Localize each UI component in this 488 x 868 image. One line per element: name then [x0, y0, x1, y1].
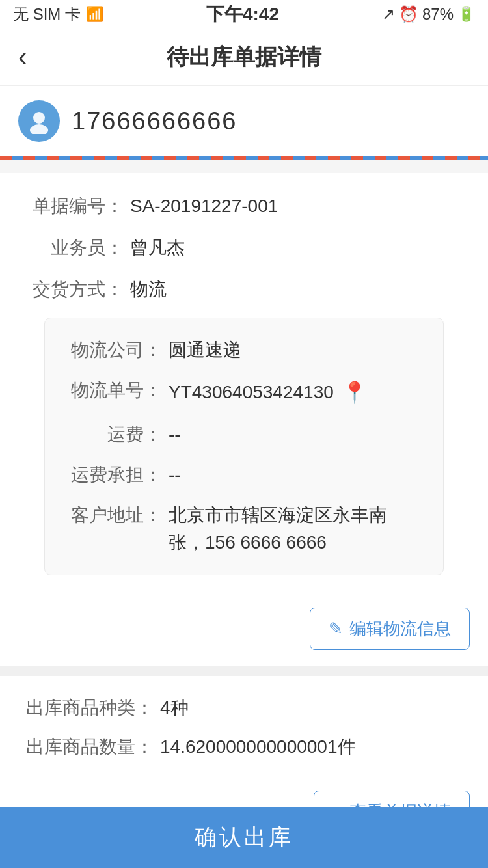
- salesman-label: 业务员：: [26, 234, 124, 262]
- freight-bearer-label: 运费承担：: [64, 461, 162, 489]
- goods-types-value: 4种: [154, 696, 462, 720]
- goods-qty-label: 出库商品数量：: [26, 735, 154, 759]
- svg-point-0: [33, 112, 45, 124]
- address-value: 北京市市辖区海淀区永丰南 张，156 6666 6666: [162, 502, 424, 556]
- delivery-label: 交货方式：: [26, 276, 124, 303]
- freight-row: 运费： --: [64, 421, 424, 448]
- order-no-label: 单据编号：: [26, 193, 124, 220]
- svg-point-1: [30, 124, 48, 134]
- location-icon: ↗: [382, 5, 395, 23]
- back-button[interactable]: ‹: [18, 42, 27, 72]
- edit-icon: ✎: [329, 619, 343, 639]
- goods-qty-row: 出库商品数量： 14.620000000000001件: [26, 735, 462, 759]
- carrier-label: 无 SIM 卡: [13, 4, 81, 25]
- status-bar: 无 SIM 卡 📶 下午4:42 ↗ ⏰ 87% 🔋: [0, 0, 488, 29]
- address-row: 客户地址： 北京市市辖区海淀区永丰南 张，156 6666 6666: [64, 502, 424, 556]
- logistics-tracking-label: 物流单号：: [64, 377, 162, 404]
- logistics-tracking-row: 物流单号： YT43064053424130 📍: [64, 377, 424, 408]
- customer-avatar: [18, 100, 60, 142]
- order-info-section: 单据编号： SA-20191227-001 业务员： 曾凡杰 交货方式： 物流 …: [0, 173, 488, 595]
- salesman-value: 曾凡杰: [124, 234, 462, 262]
- status-right: ↗ ⏰ 87% 🔋: [382, 5, 475, 23]
- goods-types-row: 出库商品种类： 4种: [26, 696, 462, 720]
- freight-value: --: [162, 421, 424, 448]
- logistics-company-row: 物流公司： 圆通速递: [64, 336, 424, 364]
- goods-section: 出库商品种类： 4种 出库商品数量： 14.620000000000001件: [0, 676, 488, 779]
- delivery-value: 物流: [124, 276, 462, 303]
- alarm-icon: ⏰: [399, 5, 418, 23]
- order-no-row: 单据编号： SA-20191227-001: [26, 193, 462, 220]
- edit-button-label: 编辑物流信息: [349, 617, 451, 640]
- logistics-company-label: 物流公司：: [64, 336, 162, 364]
- freight-label: 运费：: [64, 421, 162, 448]
- logistics-card: 物流公司： 圆通速递 物流单号： YT43064053424130 📍 运费： …: [44, 318, 444, 575]
- address-label: 客户地址：: [64, 502, 162, 529]
- section-divider-1: [0, 666, 488, 676]
- edit-button-row: ✎ 编辑物流信息: [0, 595, 488, 666]
- order-no-value: SA-20191227-001: [124, 193, 462, 220]
- dashed-divider: [0, 156, 488, 160]
- delivery-row: 交货方式： 物流: [26, 276, 462, 303]
- status-left: 无 SIM 卡 📶: [13, 4, 103, 25]
- confirm-button[interactable]: 确认出库: [0, 807, 488, 868]
- customer-phone: 17666666666: [72, 107, 237, 135]
- goods-types-label: 出库商品种类：: [26, 696, 154, 720]
- wifi-icon: 📶: [86, 6, 103, 23]
- confirm-button-label: 确认出库: [195, 822, 293, 852]
- battery-icon: 🔋: [457, 6, 475, 23]
- avatar-icon: [26, 108, 52, 134]
- salesman-row: 业务员： 曾凡杰: [26, 234, 462, 262]
- battery-label: 87%: [422, 5, 454, 23]
- edit-logistics-button[interactable]: ✎ 编辑物流信息: [310, 608, 470, 650]
- freight-bearer-value: --: [162, 461, 424, 489]
- tracking-number: YT43064053424130: [169, 379, 334, 406]
- goods-qty-value: 14.620000000000001件: [154, 735, 462, 759]
- freight-bearer-row: 运费承担： --: [64, 461, 424, 489]
- page-title: 待出库单据详情: [167, 42, 321, 72]
- status-time: 下午4:42: [206, 2, 279, 27]
- logistics-company-value: 圆通速递: [162, 336, 424, 364]
- logistics-tracking-value: YT43064053424130 📍: [162, 377, 424, 408]
- nav-bar: ‹ 待出库单据详情: [0, 29, 488, 86]
- customer-header: 17666666666: [0, 86, 488, 156]
- map-pin-icon[interactable]: 📍: [342, 377, 368, 408]
